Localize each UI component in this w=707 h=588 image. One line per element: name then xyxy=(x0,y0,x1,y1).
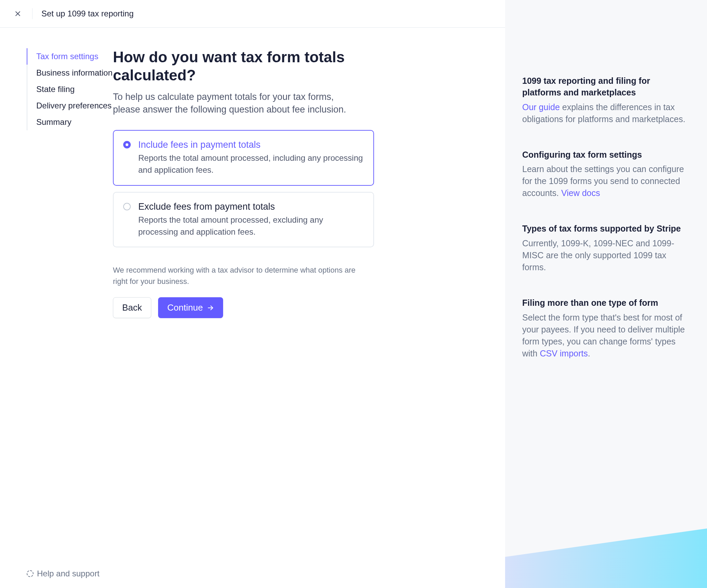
info-title: Filing more than one type of form xyxy=(522,297,690,309)
nav-item-summary[interactable]: Summary xyxy=(27,114,113,130)
info-body: Our guide explains the differences in ta… xyxy=(522,101,690,125)
our-guide-link[interactable]: Our guide xyxy=(522,102,560,112)
info-title: Configuring tax form settings xyxy=(522,149,690,161)
back-button[interactable]: Back xyxy=(113,297,151,318)
header: Set up 1099 tax reporting xyxy=(0,0,505,28)
option-exclude-fees[interactable]: Exclude fees from payment totals Reports… xyxy=(113,192,374,248)
continue-button[interactable]: Continue xyxy=(158,297,223,318)
continue-button-label: Continue xyxy=(167,302,203,313)
nav-item-delivery-preferences[interactable]: Delivery preferences xyxy=(27,97,113,114)
radio-icon xyxy=(123,141,131,148)
page-heading: How do you want tax form totals calculat… xyxy=(113,48,380,84)
decorative-wedge xyxy=(505,527,707,588)
nav-item-state-filing[interactable]: State filing xyxy=(27,81,113,97)
info-title: 1099 tax reporting and filing for platfo… xyxy=(522,75,690,99)
option-exclude-title: Exclude fees from payment totals xyxy=(138,201,364,212)
nav-item-business-information[interactable]: Business information xyxy=(27,65,113,81)
back-button-label: Back xyxy=(122,302,142,313)
info-body: Currently, 1099-K, 1099-NEC and 1099-MIS… xyxy=(522,237,690,273)
info-body: Select the form type that's best for mos… xyxy=(522,312,690,360)
option-include-fees[interactable]: Include fees in payment totals Reports t… xyxy=(113,130,374,186)
option-include-desc: Reports the total amount processed, incl… xyxy=(138,152,364,176)
csv-imports-link[interactable]: CSV imports xyxy=(540,349,588,358)
info-section-reporting: 1099 tax reporting and filing for platfo… xyxy=(522,75,690,125)
option-exclude-desc: Reports the total amount processed, excl… xyxy=(138,214,364,238)
info-section-configuring: Configuring tax form settings Learn abou… xyxy=(522,149,690,199)
info-section-filing-multiple: Filing more than one type of form Select… xyxy=(522,297,690,360)
info-body-text: Learn about the settings you can configu… xyxy=(522,164,684,198)
help-support-link[interactable]: Help and support xyxy=(27,569,100,578)
help-icon xyxy=(27,570,34,577)
info-body-text: . xyxy=(588,349,590,358)
info-title: Types of tax forms supported by Stripe xyxy=(522,223,690,235)
option-include-title: Include fees in payment totals xyxy=(138,140,364,150)
nav-item-tax-form-settings[interactable]: Tax form settings xyxy=(27,48,113,65)
info-panel: 1099 tax reporting and filing for platfo… xyxy=(505,0,707,588)
close-icon xyxy=(14,10,21,17)
advisor-note: We recommend working with a tax advisor … xyxy=(113,264,366,287)
radio-icon xyxy=(123,203,131,210)
page-subtitle: To help us calculate payment totals for … xyxy=(113,91,363,117)
arrow-right-icon xyxy=(207,304,214,311)
header-divider xyxy=(32,8,33,19)
info-section-types: Types of tax forms supported by Stripe C… xyxy=(522,223,690,273)
sidebar-nav: Tax form settings Business information S… xyxy=(0,48,113,588)
view-docs-link[interactable]: View docs xyxy=(561,188,600,198)
header-title: Set up 1099 tax reporting xyxy=(41,9,134,18)
info-body: Learn about the settings you can configu… xyxy=(522,163,690,199)
help-support-label: Help and support xyxy=(37,569,100,578)
close-button[interactable] xyxy=(12,8,23,19)
